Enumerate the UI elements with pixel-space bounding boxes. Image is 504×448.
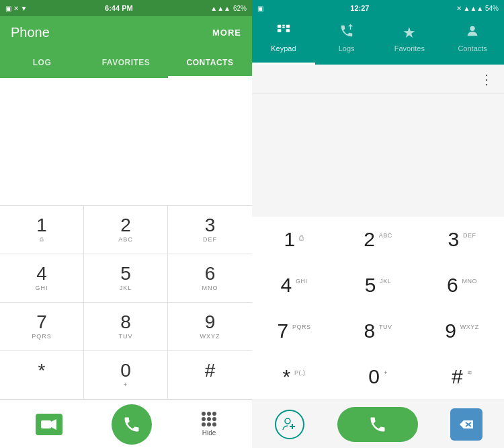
key-hash-left[interactable]: # bbox=[168, 351, 252, 400]
app-header-left: Phone MORE bbox=[0, 16, 252, 48]
key-2-right[interactable]: 2 ABC bbox=[336, 217, 420, 262]
key-star-right[interactable]: * P(,) bbox=[252, 354, 336, 400]
call-button-right[interactable] bbox=[337, 407, 418, 442]
key-0-right[interactable]: 0 + bbox=[336, 354, 420, 400]
contacts-tab-icon bbox=[465, 24, 480, 42]
dialpad-grid-icon bbox=[202, 412, 216, 426]
key-5-left[interactable]: 5 JKL bbox=[84, 254, 168, 303]
toolbar-right: ⋮ bbox=[252, 65, 504, 94]
left-battery-pct: 62% bbox=[233, 5, 247, 12]
display-area-right bbox=[252, 94, 504, 217]
tab-contacts-right[interactable]: Contacts bbox=[441, 16, 504, 65]
key-6-right[interactable]: 6 MNO bbox=[420, 262, 504, 308]
left-time: 6:44 PM bbox=[105, 4, 133, 12]
key-3-right[interactable]: 3 DEF bbox=[420, 217, 504, 262]
key-8-left[interactable]: 8 TUV bbox=[84, 303, 168, 351]
left-status-icons: ▣ ✕ ▼ bbox=[5, 5, 27, 12]
tab-favorites-left[interactable]: FAVORITES bbox=[84, 48, 168, 78]
right-phone-app: ▣ 12:27 ✕ ▲▲▲ 54% Keypad bbox=[252, 0, 504, 448]
keypad-tab-label: Keypad bbox=[271, 44, 296, 52]
left-battery: ▲▲▲ 62% bbox=[210, 5, 247, 12]
backspace-button-right[interactable] bbox=[450, 408, 482, 441]
key-7-left[interactable]: 7 PQRS bbox=[0, 303, 84, 351]
dialpad-left: 1 ⎙ 2 ABC 3 DEF 4 GHI 5 JKL 6 MNO 7 PQRS… bbox=[0, 205, 252, 400]
status-bar-right: ▣ 12:27 ✕ ▲▲▲ 54% bbox=[252, 0, 504, 16]
bottom-bar-left: Hide bbox=[0, 400, 252, 448]
app-title-left: Phone bbox=[11, 25, 50, 40]
svg-marker-1 bbox=[51, 419, 56, 430]
favorites-tab-icon: ★ bbox=[403, 24, 416, 42]
add-contact-button-right[interactable] bbox=[274, 408, 306, 441]
key-0-left[interactable]: 0 + bbox=[84, 351, 168, 400]
key-1-right[interactable]: 1 ⎙ bbox=[252, 217, 336, 262]
keypad-tab-icon bbox=[276, 24, 291, 42]
hide-button-left[interactable]: Hide bbox=[202, 412, 216, 437]
right-time: 12:27 bbox=[350, 4, 369, 12]
status-bar-left: ▣ ✕ ▼ 6:44 PM ▲▲▲ 62% bbox=[0, 0, 252, 16]
svg-rect-7 bbox=[286, 29, 290, 32]
video-camera-icon bbox=[36, 414, 62, 435]
favorites-tab-label: Favorites bbox=[394, 44, 425, 52]
key-9-left[interactable]: 9 WXYZ bbox=[168, 303, 252, 351]
key-8-right[interactable]: 8 TUV bbox=[336, 308, 420, 354]
key-5-right[interactable]: 5 JKL bbox=[336, 262, 420, 308]
tabs-left: LOG FAVORITES CONTACTS bbox=[0, 48, 252, 78]
hide-label: Hide bbox=[202, 429, 216, 437]
svg-rect-0 bbox=[41, 420, 51, 428]
tab-favorites-right[interactable]: ★ Favorites bbox=[378, 16, 442, 65]
svg-rect-2 bbox=[278, 25, 282, 28]
key-star-left[interactable]: * bbox=[0, 351, 84, 400]
logs-tab-icon bbox=[339, 24, 354, 42]
tab-log[interactable]: LOG bbox=[0, 48, 84, 78]
call-button-left[interactable] bbox=[112, 404, 152, 445]
tab-contacts-left[interactable]: CONTACTS bbox=[168, 48, 252, 78]
right-status-icons: ▣ bbox=[257, 5, 263, 12]
video-button-left[interactable] bbox=[36, 414, 62, 435]
display-area-left bbox=[0, 78, 252, 205]
logs-tab-label: Logs bbox=[339, 44, 355, 52]
contacts-tab-label: Contacts bbox=[458, 44, 487, 52]
key-2-left[interactable]: 2 ABC bbox=[84, 206, 168, 254]
left-signal-icon: ▲▲▲ bbox=[210, 5, 230, 12]
svg-rect-6 bbox=[278, 29, 282, 32]
key-4-left[interactable]: 4 GHI bbox=[0, 254, 84, 303]
svg-point-9 bbox=[285, 418, 290, 424]
svg-rect-5 bbox=[286, 25, 290, 28]
tab-logs-right[interactable]: Logs bbox=[315, 16, 378, 65]
svg-point-8 bbox=[470, 26, 474, 31]
svg-rect-4 bbox=[282, 27, 285, 28]
key-4-right[interactable]: 4 GHI bbox=[252, 262, 336, 308]
svg-rect-3 bbox=[282, 25, 285, 26]
more-button-left[interactable]: MORE bbox=[212, 28, 241, 38]
key-9-right[interactable]: 9 WXYZ bbox=[420, 308, 504, 354]
key-7-right[interactable]: 7 PQRS bbox=[252, 308, 336, 354]
key-hash-right[interactable]: # ≋ bbox=[420, 354, 504, 400]
tab-keypad-right[interactable]: Keypad bbox=[252, 16, 315, 65]
bottom-bar-right bbox=[252, 400, 504, 448]
contact-add-icon bbox=[275, 410, 304, 439]
right-battery: ✕ ▲▲▲ 54% bbox=[456, 5, 499, 12]
dialpad-right: 1 ⎙ 2 ABC 3 DEF 4 GHI 5 JKL bbox=[252, 217, 504, 400]
left-phone-app: ▣ ✕ ▼ 6:44 PM ▲▲▲ 62% Phone MORE LOG FAV… bbox=[0, 0, 252, 448]
tabs-right: Keypad Logs ★ Favorites Contacts bbox=[252, 16, 504, 65]
key-6-left[interactable]: 6 MNO bbox=[168, 254, 252, 303]
key-3-left[interactable]: 3 DEF bbox=[168, 206, 252, 254]
key-1-left[interactable]: 1 ⎙ bbox=[0, 206, 84, 254]
overflow-menu-button[interactable]: ⋮ bbox=[480, 71, 493, 87]
